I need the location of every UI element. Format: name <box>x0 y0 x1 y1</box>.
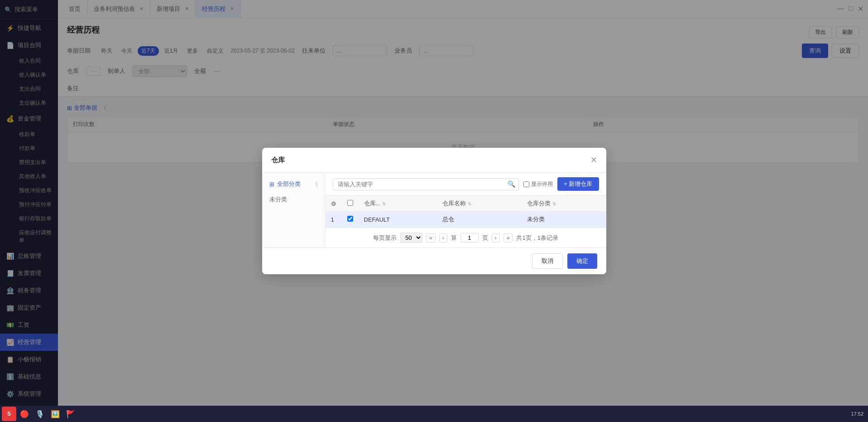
modal-sidebar-unclassified-label: 未分类 <box>269 195 287 204</box>
taskbar-app-2[interactable]: 🔴 <box>17 407 32 421</box>
modal-first-page[interactable]: « <box>426 233 436 243</box>
modal-next-page[interactable]: › <box>492 233 500 243</box>
modal-per-page-select[interactable]: 50 <box>400 233 422 243</box>
modal-search-icon: 🔍 <box>508 180 515 188</box>
modal-title: 仓库 <box>271 156 285 165</box>
row-checkbox[interactable] <box>342 212 359 228</box>
row-no: 1 <box>326 212 342 228</box>
sort-icon-name: ⇅ <box>468 201 471 206</box>
show-disabled-label[interactable]: 显示停用 <box>523 180 553 188</box>
modal-sidebar-all-label: 全部分类 <box>277 180 301 188</box>
modal-page-unit: 页 <box>482 234 488 242</box>
taskbar-apps: S 🔴 🎙️ 🖼️ 🚩 <box>0 407 80 421</box>
taskbar-app-1[interactable]: S <box>2 407 16 421</box>
sort-icon-category: ⇅ <box>552 201 556 206</box>
modal-page-prefix: 算 <box>451 234 457 242</box>
modal-table-body: 1 DEFAULT 总仓 未分类 <box>326 212 606 228</box>
row-select-checkbox[interactable] <box>347 216 353 222</box>
modal-table-head: ⚙ 仓库... ⇅ 仓库名称 <box>326 196 606 212</box>
taskbar-app-3[interactable]: 🎙️ <box>33 407 47 421</box>
modal-search-input[interactable] <box>333 178 519 190</box>
modal-body: ⊞ 全部分类 《 未分类 🔍 显示停用 <box>262 173 606 247</box>
table-row[interactable]: 1 DEFAULT 总仓 未分类 <box>326 212 606 228</box>
taskbar-app-4[interactable]: 🖼️ <box>48 407 62 421</box>
modal-footer-actions: 取消 确定 <box>262 247 606 274</box>
row-name: 总仓 <box>437 212 522 228</box>
category-grid-icon: ⊞ <box>269 181 274 188</box>
cancel-button[interactable]: 取消 <box>532 253 563 269</box>
search-wrap: 🔍 <box>333 178 519 190</box>
warehouse-modal: 仓库 ✕ ⊞ 全部分类 《 未分类 🔍 <box>262 148 606 274</box>
modal-footer-table: 每页显示 50 « ‹ 算 页 › » 共1页，1条记录 <box>326 228 606 247</box>
modal-sidebar-all-categories[interactable]: ⊞ 全部分类 《 <box>262 176 325 192</box>
modal-sidebar: ⊞ 全部分类 《 未分类 <box>262 173 326 247</box>
col-category: 仓库分类 ⇅ <box>522 196 606 212</box>
modal-table: ⚙ 仓库... ⇅ 仓库名称 <box>326 196 606 228</box>
col-settings: ⚙ <box>326 196 342 212</box>
taskbar-systray: 17:52 <box>846 411 868 417</box>
sort-icon-code: ⇅ <box>382 201 386 206</box>
taskbar-app-5[interactable]: 🚩 <box>63 407 78 421</box>
modal-prev-page[interactable]: ‹ <box>439 233 447 243</box>
modal-per-page-label: 每页显示 <box>373 234 397 242</box>
modal-last-page[interactable]: » <box>504 233 513 243</box>
show-disabled-checkbox[interactable] <box>523 181 529 187</box>
col-name-sort[interactable]: 仓库名称 ⇅ <box>442 199 516 208</box>
modal-header: 仓库 ✕ <box>262 148 606 173</box>
modal-page-input[interactable] <box>460 233 479 243</box>
confirm-button[interactable]: 确定 <box>567 253 597 269</box>
col-checkbox-head <box>342 196 359 212</box>
modal-close-button[interactable]: ✕ <box>590 155 597 165</box>
row-code: DEFAULT <box>359 212 437 228</box>
clock-display: 17:52 <box>851 411 863 417</box>
modal-total: 共1页，1条记录 <box>516 234 558 242</box>
select-all-checkbox[interactable] <box>347 200 353 206</box>
modal-overlay: 仓库 ✕ ⊞ 全部分类 《 未分类 🔍 <box>0 0 868 422</box>
add-warehouse-button[interactable]: + 新增仓库 <box>557 177 599 191</box>
sidebar-collapse-icon[interactable]: 《 <box>312 180 318 188</box>
modal-table-wrap: ⚙ 仓库... ⇅ 仓库名称 <box>326 196 606 228</box>
taskbar: S 🔴 🎙️ 🖼️ 🚩 17:52 <box>0 406 868 422</box>
col-code: 仓库... ⇅ <box>359 196 437 212</box>
col-code-sort[interactable]: 仓库... ⇅ <box>364 199 432 208</box>
modal-sidebar-unclassified[interactable]: 未分类 <box>262 192 325 207</box>
col-category-sort[interactable]: 仓库分类 ⇅ <box>527 199 601 208</box>
modal-search-bar: 🔍 显示停用 + 新增仓库 <box>326 173 606 196</box>
modal-main: 🔍 显示停用 + 新增仓库 ⚙ <box>326 173 606 247</box>
row-category: 未分类 <box>522 212 606 228</box>
col-name: 仓库名称 ⇅ <box>437 196 522 212</box>
